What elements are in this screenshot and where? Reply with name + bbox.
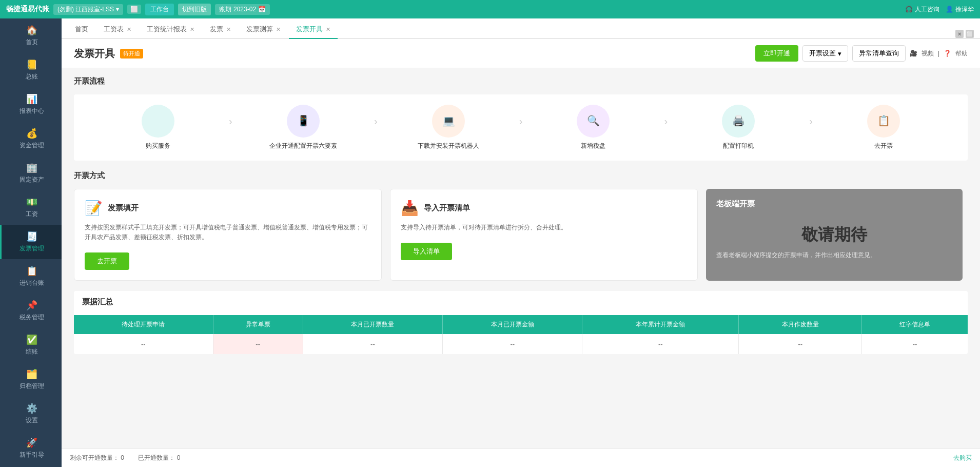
tab-home-label: 首页	[75, 25, 88, 34]
opened-value: 0	[177, 454, 181, 461]
summary-col-month-count: 本月已开票数量	[303, 315, 442, 334]
sidebar-item-purchase-sales[interactable]: 📋 进销台账	[0, 259, 62, 294]
sidebar-item-tax-mgmt[interactable]: 📌 税务管理	[0, 294, 62, 328]
resize-button[interactable]: ⬜	[966, 30, 974, 38]
summary-table: 待处理开票申请 异常单票 本月已开票数量 本月已开票金额 本年累计开票金额 本月…	[74, 315, 968, 354]
flow-step-add-taxbox[interactable]: 🔍 新增税盘	[524, 105, 662, 150]
top-bar-right: 🎧 人工咨询 👤 徐泽华	[905, 5, 974, 14]
workspace-button[interactable]: 工作台	[145, 4, 174, 15]
report-icon: 📊	[26, 93, 37, 105]
import-list-button[interactable]: 导入清单	[401, 243, 452, 260]
app-logo: 畅捷通易代账	[6, 5, 49, 14]
enterprise-setup-icon: 📱	[287, 105, 320, 138]
sidebar-item-fund-mgmt[interactable]: 💰 资金管理	[0, 122, 62, 156]
close-salary-tab[interactable]: ✕	[127, 26, 131, 33]
tab-invoice-issue[interactable]: 发票开具 ✕	[289, 21, 338, 39]
tab-controls: ✕ ⬜	[955, 30, 974, 38]
header-help: 🎥 视频 | ❓ 帮助	[910, 49, 968, 58]
import-invoice-title: 导入开票清单	[424, 203, 470, 213]
svg-text:🖨️: 🖨️	[732, 114, 745, 127]
tab-invoice-calc[interactable]: 发票测算 ✕	[239, 21, 288, 39]
company-label: (勿删) 江西服室-LSS	[57, 5, 114, 14]
period-value: 2023-02	[233, 6, 256, 13]
close-invoice-calc-tab[interactable]: ✕	[276, 26, 281, 33]
sidebar-item-ledger-label: 总账	[26, 72, 38, 81]
sidebar-item-invoice-mgmt[interactable]: 🧾 发票管理	[0, 225, 62, 259]
flow-step-enterprise-setup[interactable]: 📱 企业开通配置开票六要素	[234, 105, 372, 150]
method-card-import-header: 📥 导入开票清单	[401, 200, 687, 217]
page-title: 发票开具	[74, 47, 115, 61]
svg-text:📋: 📋	[877, 114, 890, 127]
tab-salary[interactable]: 工资表 ✕	[96, 21, 139, 39]
top-bar-left: 畅捷通易代账 (勿删) 江西服室-LSS ▾ ⬜ 工作台 切到旧版 账期 202…	[6, 4, 270, 15]
period-tag: 账期 2023-02 📅	[215, 4, 270, 15]
tab-home[interactable]: 首页	[68, 21, 95, 39]
methods-section-title: 开票方式	[74, 171, 968, 181]
sidebar-item-fixed-assets[interactable]: 🏢 固定资产	[0, 156, 62, 190]
sidebar-item-archive-label: 归档管理	[19, 382, 44, 391]
method-card-import: 📥 导入开票清单 支持导入待开票清单，可对待开票清单进行拆分、合并处理。 导入清…	[390, 189, 698, 281]
user-icon: 👤	[946, 6, 953, 13]
user-service[interactable]: 🎧 人工咨询	[905, 5, 939, 14]
svg-point-0	[149, 112, 167, 130]
header-actions: 立即开通 开票设置 ▾ 异常清单查询 🎥 视频 | ❓ 帮助	[755, 45, 968, 62]
fund-icon: 💰	[26, 128, 37, 139]
flow-step-issue-invoice[interactable]: 📋 去开票	[815, 105, 952, 150]
company-selector[interactable]: (勿删) 江西服室-LSS ▾	[53, 4, 123, 15]
sidebar-item-home[interactable]: 🏠 首页	[0, 18, 62, 53]
chevron-down-icon: ▾	[116, 6, 119, 13]
sidebar-item-new-guide[interactable]: 🚀 新手引导	[0, 431, 62, 465]
open-settings-button[interactable]: 开票设置 ▾	[802, 45, 848, 62]
go-issue-button[interactable]: 去开票	[85, 252, 129, 270]
video-icon: 🎥	[910, 50, 917, 57]
top-bar: 畅捷通易代账 (勿删) 江西服室-LSS ▾ ⬜ 工作台 切到旧版 账期 202…	[0, 0, 980, 18]
summary-col-abnormal: 异常单票	[213, 315, 303, 334]
purchase-icon: 📋	[26, 265, 37, 277]
sidebar-item-invoice-label: 发票管理	[19, 244, 44, 253]
svg-text:🔍: 🔍	[587, 114, 600, 127]
sidebar-item-home-label: 首页	[26, 38, 38, 47]
content-area: 开票流程 🛍️ 购买服务 › 📱 企业开通配置开票六要素	[62, 68, 980, 449]
tab-invoice[interactable]: 发票 ✕	[203, 21, 238, 39]
go-buy-link[interactable]: 去购买	[953, 454, 972, 462]
sidebar-item-settlement[interactable]: ✅ 结账	[0, 328, 62, 362]
old-version-button[interactable]: 切到旧版	[178, 4, 211, 15]
close-invoice-issue-tab[interactable]: ✕	[326, 26, 330, 33]
sidebar-item-general-ledger[interactable]: 📒 总账	[0, 53, 62, 87]
page-title-area: 发票开具 待开通	[74, 47, 143, 61]
tab-bar: 首页 工资表 ✕ 工资统计报表 ✕ 发票 ✕ 发票测算 ✕ 发票开具 ✕	[62, 18, 980, 39]
close-salary-report-tab[interactable]: ✕	[190, 26, 194, 33]
user-avatar-area[interactable]: 👤 徐泽华	[946, 5, 974, 14]
help-label[interactable]: 帮助	[955, 49, 968, 58]
issue-invoice-label: 去开票	[874, 142, 893, 150]
enterprise-setup-label: 企业开通配置开票六要素	[269, 142, 337, 150]
flow-step-buy-service[interactable]: 🛍️ 购买服务	[89, 105, 227, 150]
coming-soon-label: 敬请期待	[801, 224, 867, 246]
close-all-tabs-button[interactable]: ✕	[955, 30, 964, 38]
sidebar-item-archive-mgmt[interactable]: 🗂️ 归档管理	[0, 362, 62, 397]
invoice-methods: 📝 发票填开 支持按照发票样式手工填充开发票；可开具增值税电子普通发票、增值税普…	[74, 189, 968, 281]
sidebar-item-salary[interactable]: 💵 工资	[0, 190, 62, 225]
add-taxbox-label: 新增税盘	[581, 142, 605, 150]
abnormal-query-button[interactable]: 异常清单查询	[852, 45, 906, 62]
flow-step-download-robot[interactable]: 💻 下载并安装开票机器人	[380, 105, 517, 150]
summary-data-row: -- -- -- -- -- -- --	[74, 334, 968, 354]
help-icon: ❓	[944, 50, 951, 57]
immediate-open-button[interactable]: 立即开通	[755, 45, 798, 62]
tab-invoice-calc-label: 发票测算	[246, 25, 273, 34]
close-invoice-tab[interactable]: ✕	[226, 26, 231, 33]
copy-button[interactable]: ⬜	[127, 5, 141, 14]
sidebar-item-settings[interactable]: ⚙️ 设置	[0, 397, 62, 431]
sidebar-item-settlement-label: 结账	[26, 347, 38, 356]
sidebar-item-report-center[interactable]: 📊 报表中心	[0, 87, 62, 122]
arrow-5: ›	[809, 115, 813, 127]
flow-step-config-printer[interactable]: 🖨️ 配置打印机	[670, 105, 807, 150]
video-label[interactable]: 视频	[922, 49, 934, 58]
main-content: 首页 工资表 ✕ 工资统计报表 ✕ 发票 ✕ 发票测算 ✕ 发票开具 ✕	[62, 18, 980, 467]
archive-icon: 🗂️	[26, 368, 37, 380]
headset-icon: 🎧	[905, 6, 913, 13]
flow-steps: 🛍️ 购买服务 › 📱 企业开通配置开票六要素 ›	[74, 94, 968, 161]
settlement-icon: ✅	[26, 334, 37, 345]
tab-salary-report[interactable]: 工资统计报表 ✕	[140, 21, 202, 39]
main-layout: 🏠 首页 📒 总账 📊 报表中心 💰 资金管理 🏢 固定资产 💵 工资 🧾 发票…	[0, 18, 980, 467]
